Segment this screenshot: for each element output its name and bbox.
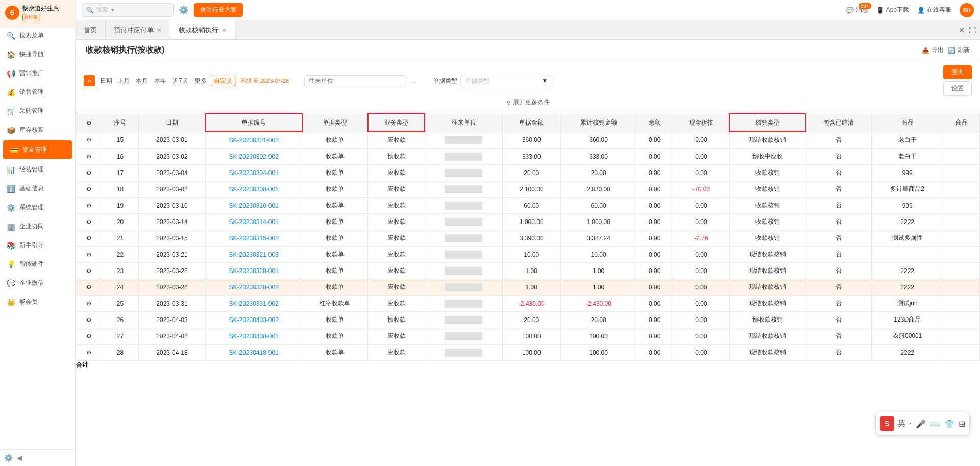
tab-label-receivable: 收款核销执行 bbox=[179, 26, 218, 35]
filter-date-7days[interactable]: 近7天 bbox=[170, 76, 190, 86]
tab-close-payable[interactable]: ✕ bbox=[157, 27, 162, 34]
sidebar-item-marketing[interactable]: 📢营销推广 bbox=[0, 64, 75, 83]
th-date: 日期 bbox=[138, 114, 205, 132]
tab-payable[interactable]: 预付冲应付单✕ bbox=[106, 20, 170, 39]
member-label: 畅会员 bbox=[19, 298, 38, 306]
tab-home[interactable]: 首页 bbox=[76, 20, 106, 39]
unit-masked: ████ bbox=[445, 316, 482, 324]
td-bill_type: 收款单 bbox=[302, 279, 368, 296]
filter-row: » 日期 上月 本月 本年 近7天 更多 自定义 不限 至 2023-07-26 bbox=[84, 65, 972, 96]
filter-settings-btn[interactable]: 设置 bbox=[943, 81, 972, 96]
topbar-settings-icon[interactable]: ⚙️ bbox=[179, 5, 189, 15]
td-include_cleared: 否 bbox=[805, 247, 872, 263]
td-no: 26 bbox=[102, 312, 139, 328]
filter-date-this-year[interactable]: 本年 bbox=[152, 76, 168, 86]
unit-masked: ████ bbox=[445, 234, 482, 242]
notification-icon: 💬 bbox=[846, 7, 854, 14]
sidebar-item-wechat[interactable]: 💬企业微信 bbox=[0, 274, 75, 292]
bill-no-link[interactable]: SK-20230314-001 bbox=[229, 218, 278, 226]
tabbar-fullscreen-icon[interactable]: ⛶ bbox=[969, 26, 976, 34]
bill-no-link[interactable]: SK-20230331-002 bbox=[229, 300, 278, 307]
user-avatar[interactable]: Rit bbox=[960, 3, 974, 17]
td-product2 bbox=[943, 132, 980, 149]
td-product2 bbox=[943, 198, 980, 214]
bill-no-link[interactable]: SK-20230304-001 bbox=[229, 169, 278, 177]
floating-keyboard-btn[interactable]: ⌨️ bbox=[930, 419, 940, 429]
bill-no-link[interactable]: SK-20230408-001 bbox=[229, 333, 278, 340]
table-body: ⚙152023-03-01SK-20230301-002收款单应收款████36… bbox=[76, 132, 980, 361]
filter-expand-btn[interactable]: ∨ 展开更多条件 bbox=[506, 98, 550, 107]
td-balance: 0.00 bbox=[636, 296, 673, 312]
td-product bbox=[872, 247, 943, 263]
sidebar-item-inventory[interactable]: 📦库存核算 bbox=[0, 120, 75, 139]
floating-english-btn[interactable]: 英 bbox=[897, 419, 905, 429]
filter-unit-input[interactable] bbox=[304, 75, 406, 86]
sidebar-item-quicknav[interactable]: 🏠快捷导航 bbox=[0, 45, 75, 64]
sidebar-item-sales[interactable]: 💰销售管理 bbox=[0, 83, 75, 102]
bill-no-link[interactable]: SK-20230321-003 bbox=[229, 251, 278, 258]
search-placeholder: 搜索 bbox=[96, 6, 108, 14]
bill-no-link[interactable]: SK-20230328-002 bbox=[229, 284, 278, 291]
td-settings: ⚙ bbox=[76, 132, 102, 149]
sidebar-item-basic[interactable]: ℹ️基础信息 bbox=[0, 179, 75, 198]
bill-no-link[interactable]: SK-20230418-001 bbox=[229, 349, 278, 356]
th-bill_type: 单据类型 bbox=[302, 114, 368, 132]
sidebar-item-finance[interactable]: 💳资金管理 bbox=[3, 140, 72, 159]
tabbar-close-icon[interactable]: ✕ bbox=[959, 26, 965, 34]
bill-no-link[interactable]: SK-20230302-002 bbox=[229, 153, 278, 160]
floating-dot-btn[interactable]: · bbox=[910, 419, 912, 428]
sidebar-item-hardware[interactable]: 💡智能硬件 bbox=[0, 255, 75, 274]
td-total_cancel: 100.00 bbox=[560, 328, 636, 345]
bill-no-link[interactable]: SK-20230310-001 bbox=[229, 202, 278, 209]
finance-icon: 💳 bbox=[9, 146, 18, 154]
bill-no-link[interactable]: SK-20230403-002 bbox=[229, 316, 278, 324]
search-dropdown-icon[interactable]: ▼ bbox=[110, 7, 115, 13]
filter-date-custom[interactable]: 自定义 bbox=[211, 76, 235, 86]
filter-date-last-month[interactable]: 上月 bbox=[115, 76, 132, 86]
filter-date-this-month[interactable]: 本月 bbox=[134, 76, 150, 86]
sidebar-collapse-icon[interactable]: ◀ bbox=[17, 454, 22, 462]
bill-no-link[interactable]: SK-20230308-001 bbox=[229, 186, 278, 193]
td-cancel_type: 现结收款核销 bbox=[729, 132, 805, 149]
sidebar-item-member[interactable]: 👑畅会员 bbox=[0, 292, 75, 311]
industry-btn[interactable]: 体验行业方案 bbox=[194, 3, 243, 17]
online-service-btn[interactable]: 👤 在线客服 bbox=[917, 6, 951, 14]
td-bill_type: 红字收款单 bbox=[302, 296, 368, 312]
tab-list: 首页预付冲应付单✕收款核销执行✕ bbox=[76, 20, 235, 39]
topbar-search[interactable]: 🔍 搜索 ▼ bbox=[82, 3, 174, 17]
sidebar-item-system[interactable]: ⚙️系统管理 bbox=[0, 198, 75, 217]
table-row: ⚙252023-03-31SK-20230331-002红字收款单应收款████… bbox=[76, 296, 980, 312]
td-cash_discount: 0.00 bbox=[673, 247, 730, 263]
sidebar-item-purchase[interactable]: 🛒采购管理 bbox=[0, 102, 75, 120]
td-balance: 0.00 bbox=[636, 263, 673, 279]
sidebar-item-guide[interactable]: 📚新手引导 bbox=[0, 236, 75, 255]
floating-grid-btn[interactable]: ⊞ bbox=[959, 419, 965, 429]
sidebar-items-list: 🔍搜索菜单🏠快捷导航📢营销推广💰销售管理🛒采购管理📦库存核算💳资金管理📊经营管理… bbox=[0, 26, 75, 311]
filter-date-more[interactable]: 更多 bbox=[192, 76, 209, 86]
export-btn[interactable]: 📤 导出 bbox=[922, 46, 944, 55]
bill-no-link[interactable]: SK-20230315-002 bbox=[229, 235, 278, 242]
bill-no-link[interactable]: SK-20230328-001 bbox=[229, 267, 278, 275]
notification-btn[interactable]: 💬 消息 99+ bbox=[846, 6, 868, 14]
td-product: 2222 bbox=[872, 345, 943, 361]
sales-icon: 💰 bbox=[6, 88, 15, 96]
refresh-btn[interactable]: 🔄 刷新 bbox=[948, 46, 970, 55]
floating-mic-btn[interactable]: 🎤 bbox=[916, 419, 926, 429]
td-date: 2023-03-31 bbox=[138, 296, 205, 312]
tab-receivable[interactable]: 收款核销执行✕ bbox=[170, 20, 235, 39]
sidebar-item-operations[interactable]: 📊经营管理 bbox=[0, 160, 75, 179]
tab-close-receivable[interactable]: ✕ bbox=[222, 27, 227, 34]
app-download-btn[interactable]: 📱 App下载 bbox=[876, 6, 909, 14]
filter-collapse-btn[interactable]: » bbox=[84, 75, 95, 86]
floating-shirt-btn[interactable]: 👕 bbox=[944, 419, 954, 429]
filter-query-btn[interactable]: 查询 bbox=[943, 65, 972, 79]
td-date: 2023-03-14 bbox=[138, 214, 205, 230]
sidebar-item-company[interactable]: 🏢企业协同 bbox=[0, 217, 75, 236]
sidebar-settings-icon[interactable]: ⚙️ bbox=[4, 454, 13, 462]
filter-type-select[interactable]: 单据类型 ▼ bbox=[460, 75, 552, 87]
bill-no-link[interactable]: SK-20230301-002 bbox=[229, 137, 278, 144]
unit-masked: ████ bbox=[445, 332, 482, 340]
sidebar-item-search[interactable]: 🔍搜索菜单 bbox=[0, 26, 75, 45]
td-unit: ████ bbox=[425, 149, 502, 165]
search-label: 搜索菜单 bbox=[19, 31, 44, 40]
